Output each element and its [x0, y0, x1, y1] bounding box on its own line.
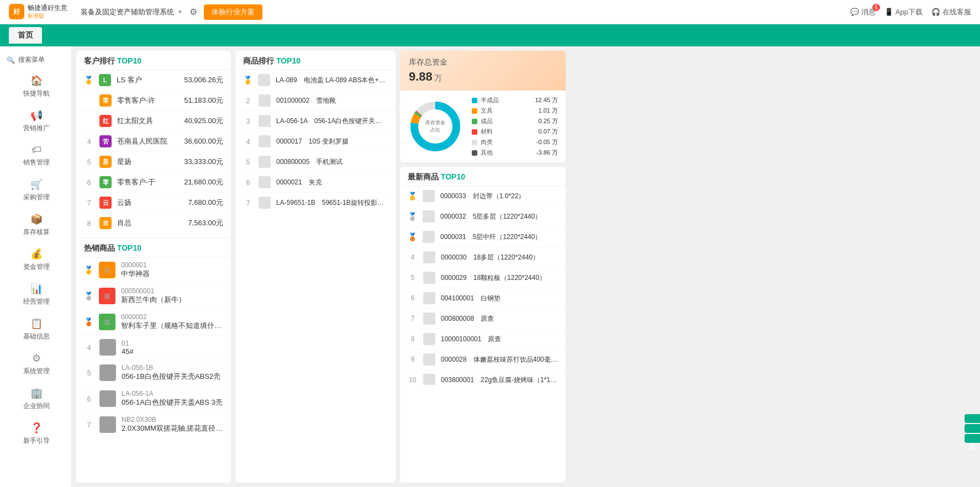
company-icon: 🏢: [30, 387, 43, 399]
business-icon: 📊: [30, 283, 43, 295]
sidebar-label-inventory: 库存核算: [23, 227, 50, 237]
customer-row-4: 4 苦 苍南县人民医院 36,600.00元: [76, 131, 231, 152]
search-icon: 🔍: [7, 56, 15, 64]
new-product-5: 5 0000029 18颗粒板（1220*2440）: [400, 268, 566, 288]
new-rank-8: 8: [408, 335, 418, 343]
hot-product-code-5: LA-056-1B: [122, 364, 223, 372]
new-products-panel: 最新商品 TOP10 🥇 0000033 封边带（1.0*22） 🥈 000: [400, 167, 566, 483]
hot-rank-6: 6: [84, 395, 94, 403]
new-products-list: 🥇 0000033 封边带（1.0*22） 🥈 0000032 5层多层（122…: [400, 186, 566, 385]
cs-hotline-button[interactable]: 客服热线: [965, 414, 980, 423]
newbie-icon: ❓: [30, 422, 43, 434]
sidebar-item-purchase[interactable]: 🛒 采购管理: [0, 173, 71, 208]
sidebar-item-quick-nav[interactable]: 🏠 快捷导航: [0, 69, 71, 104]
search-menu-item[interactable]: 🔍 搜索菜单: [0, 51, 71, 69]
customer-badge-2: 零: [99, 94, 112, 107]
sidebar-item-finance[interactable]: 💰 资金管理: [0, 242, 71, 277]
hot-product-thumb-5: [99, 364, 116, 381]
hot-medal-1: 🥇: [84, 266, 93, 274]
cs-live-button[interactable]: 直播: [965, 434, 980, 443]
goods-ranking-panel: 商品排行 TOP10 🥇 LA-089 电池盖 LA-089 ABS本色+黑种 …: [235, 51, 396, 483]
legend-label-1: 半成品: [481, 96, 531, 104]
sidebar-label-marketing: 营销推广: [23, 124, 50, 133]
sidebar-item-newbie[interactable]: ❓ 新手引导: [0, 416, 71, 451]
sidebar-item-business[interactable]: 📊 经营管理: [0, 277, 71, 312]
notification-button[interactable]: 💬 消息 6: [850, 7, 876, 17]
customer-badge-8: 肖: [99, 217, 112, 229]
hot-product-info-6: LA-056-1A 056-1A白色按键开关盖ABS 3壳: [122, 390, 223, 407]
sidebar-item-company[interactable]: 🏢 企业协同: [0, 382, 71, 416]
settings-button[interactable]: ⚙: [189, 7, 197, 17]
new-product-10: 10 003800001 22g鱼豆腐-烧烤味（1*12*20）: [400, 370, 566, 385]
customer-amount-1: 53,006.26元: [184, 75, 223, 85]
app-download-button[interactable]: 📱 App下载: [884, 7, 923, 17]
hot-medal-3: 🥉: [84, 317, 93, 326]
goods-thumb-3: [259, 115, 271, 127]
new-rank-4: 4: [408, 253, 418, 261]
customer-row-6: 6 零 零售客户-于 21,680.00元: [76, 172, 231, 193]
customer-amount-7: 7,680.00元: [188, 198, 223, 208]
tab-home[interactable]: 首页: [9, 27, 42, 44]
legend-label-3: 成品: [481, 117, 535, 125]
customer-row-5: 5 星 星扬 33,333.00元: [76, 152, 231, 172]
customer-name-8: 肖总: [117, 218, 182, 228]
customer-amount-4: 36,600.00元: [184, 136, 223, 146]
sidebar-label-sales: 销售管理: [23, 158, 50, 167]
hot-product-code-4: 01: [122, 340, 223, 347]
new-info-4: 0000030 18多层（1220*2440）: [441, 253, 558, 262]
logo-area: 好 畅捷通好生意 标准版: [9, 4, 81, 19]
cs-community-button[interactable]: 服务社区: [965, 424, 980, 433]
hot-product-row-4: 4 01 45#: [76, 335, 231, 360]
customer-badge-6: 零: [99, 176, 112, 188]
sidebar-item-system[interactable]: ⚙ 系统管理: [0, 347, 71, 382]
hot-product-name-4: 45#: [122, 347, 223, 356]
hot-product-thumb-4: [99, 339, 116, 356]
new-info-7: 000800008 原查: [441, 314, 558, 324]
goods-medal-1: 🥇: [243, 76, 252, 84]
hot-product-name-7: 2.0X30MM双搓花轴,搓花直径2.1MM/ROHS: [122, 424, 223, 433]
sidebar: 🔍 搜索菜单 🏠 快捷导航 📢 营销推广 🏷 销售管理 🛒 采购管理 📦 库存核…: [0, 46, 72, 487]
header-right: 💬 消息 6 📱 App下载 🎧 在线客服: [850, 7, 971, 17]
hot-product-info-2: 000500001 新西兰牛肉（新牛）: [121, 287, 223, 305]
medal-gold-icon: 🥇: [84, 76, 93, 84]
new-thumb-9: [423, 353, 435, 366]
finance-icon: 💰: [30, 248, 43, 260]
header-middle: 装备及固定资产辅助管理系统 ▼ ⚙ 体验行业方案: [81, 4, 850, 20]
new-info-5: 0000029 18颗粒板（1220*2440）: [441, 273, 558, 283]
goods-ranking-header: 商品排行 TOP10: [235, 51, 396, 70]
customer-badge-4: 苦: [99, 135, 112, 147]
donut-chart: 库存资金占比: [408, 99, 463, 154]
purchase-icon: 🛒: [30, 178, 43, 190]
legend-value-2: 1.01 万: [539, 107, 558, 115]
online-service-button[interactable]: 🎧 在线客服: [931, 7, 971, 17]
content-area: 客户排行 TOP10 🥇 L LS 客户 53,006.26元 零: [72, 46, 980, 487]
customer-ranking-header: 客户排行 TOP10: [76, 51, 231, 70]
goods-thumb-4: [259, 135, 271, 147]
chevron-down-icon: ▼: [177, 9, 183, 15]
goods-rank-2: 2: [243, 97, 253, 105]
sidebar-item-inventory[interactable]: 📦 库存核算: [0, 208, 71, 242]
rank-num-8: 8: [84, 219, 94, 227]
hot-product-name-5: 056-1B白色按键开关壳ABS2壳: [122, 372, 223, 382]
trial-button[interactable]: 体验行业方案: [204, 4, 262, 20]
customer-row-3: 红 红太阳文具 40,925.00元: [76, 111, 231, 131]
new-products-header: 最新商品 TOP10: [400, 167, 566, 186]
goods-ranking-title: 商品排行 TOP10: [243, 56, 301, 66]
new-info-2: 0000032 5层多层（1220*2440）: [440, 212, 558, 221]
hot-product-name-1: 中华神器: [121, 269, 223, 279]
customer-amount-2: 51,183.00元: [184, 96, 223, 105]
customer-badge-3: 红: [99, 115, 112, 127]
customer-badge-5: 星: [99, 156, 112, 168]
home-icon: 🏠: [30, 75, 43, 87]
hot-product-row-1: 🥇 🖼 0000001 中华神器: [76, 257, 231, 283]
system-selector[interactable]: 装备及固定资产辅助管理系统 ▼: [81, 7, 183, 17]
sidebar-item-marketing[interactable]: 📢 营销推广: [0, 104, 71, 139]
legend-value-6: -3.86 万: [536, 149, 558, 157]
hot-rank-5: 5: [84, 369, 94, 377]
sidebar-item-basic[interactable]: 📋 基础信息: [0, 312, 71, 347]
donut-legend: 半成品 12.45 万 文具 1.01 万 成品 0: [472, 96, 558, 157]
hot-product-info-5: LA-056-1B 056-1B白色按键开关壳ABS2壳: [122, 364, 223, 382]
sidebar-item-sales[interactable]: 🏷 销售管理: [0, 139, 71, 173]
nav-bar: 首页: [0, 24, 980, 46]
hot-product-thumb-3: 🖼: [99, 314, 115, 330]
